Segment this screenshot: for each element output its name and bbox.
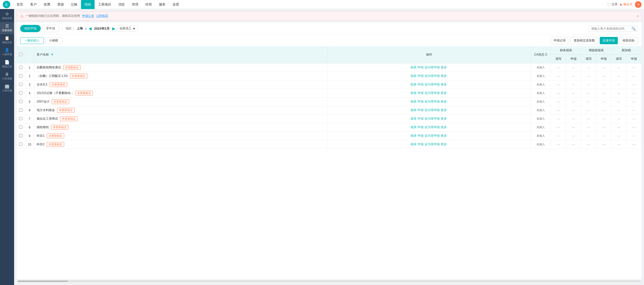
row-add-fill: — xyxy=(611,132,626,140)
info-icon[interactable]: ℹ xyxy=(85,27,87,30)
row-add-report: — xyxy=(626,63,641,72)
op-更多[interactable]: 更多 xyxy=(441,134,447,137)
nav-item-工商项目[interactable]: 工商项目 xyxy=(95,0,115,9)
row-checkbox-0[interactable] xyxy=(19,66,22,69)
op-设为零申报[interactable]: 设为零申报 xyxy=(425,91,440,95)
op-申报[interactable]: 申报 xyxy=(418,74,424,78)
vip-btn[interactable]: ▶ 畅会员 xyxy=(620,2,632,7)
op-税表[interactable]: 税表 xyxy=(411,100,417,103)
next-month-btn[interactable]: ▶ xyxy=(112,26,115,31)
row-checkbox-7[interactable] xyxy=(19,125,22,129)
search-icon[interactable]: 🔍 xyxy=(631,27,636,31)
avatar[interactable]: 会 xyxy=(635,1,641,8)
op-税表[interactable]: 税表 xyxy=(411,74,417,78)
op-税表[interactable]: 税表 xyxy=(411,134,417,137)
row-checkbox-2[interactable] xyxy=(19,83,22,86)
nav-item-报税[interactable]: 报税 xyxy=(81,0,95,9)
op-更多[interactable]: 更多 xyxy=(441,66,447,69)
op-申报[interactable]: 申报 xyxy=(418,108,424,112)
op-更多[interactable]: 更多 xyxy=(441,108,447,112)
select-all-checkbox[interactable] xyxy=(19,53,22,56)
op-税表[interactable]: 税表 xyxy=(411,117,417,120)
op-申报[interactable]: 申报 xyxy=(418,142,424,146)
sidebar-item-工商年报[interactable]: 🏢工商年报 xyxy=(0,82,14,94)
action-btn-收取回执[interactable]: 收取回执 xyxy=(619,37,638,44)
row-checkbox-1[interactable] xyxy=(19,74,22,77)
staff-dropdown[interactable]: 全部员工 ▼ xyxy=(117,25,138,32)
op-设为零申报[interactable]: 设为零申报 xyxy=(425,66,440,69)
horizontal-scrollbar[interactable] xyxy=(17,279,641,282)
op-申报[interactable]: 申报 xyxy=(418,125,424,129)
row-checkbox-3[interactable] xyxy=(19,91,22,94)
op-更多[interactable]: 更多 xyxy=(441,74,447,78)
op-税表[interactable]: 税表 xyxy=(411,66,417,69)
nav-item-票据[interactable]: 票据 xyxy=(54,0,67,9)
op-申报[interactable]: 申报 xyxy=(418,83,424,86)
op-更多[interactable]: 更多 xyxy=(441,83,447,86)
subtab-一般的税人[interactable]: 一般的税人 xyxy=(20,37,44,44)
toolbar-tab-税款申报[interactable]: 税款申报 xyxy=(20,25,41,32)
nav-item-消息[interactable]: 消息 xyxy=(115,0,128,9)
sidebar-item-报税记录[interactable]: 📄报税记录 xyxy=(0,58,14,70)
op-更多[interactable]: 更多 xyxy=(441,125,447,129)
fullscreen-btn[interactable]: ⛶ 全屏 xyxy=(608,2,618,7)
op-设为零申报[interactable]: 设为零申报 xyxy=(425,142,440,146)
sidebar-item-批量报税[interactable]: ☰批量报税 xyxy=(0,22,14,34)
banner-close-btn[interactable]: × xyxy=(637,14,639,18)
op-申报[interactable]: 申报 xyxy=(418,134,424,137)
op-更多[interactable]: 更多 xyxy=(441,142,447,146)
banner-link2[interactable]: 立即购买 xyxy=(96,14,108,18)
sidebar-item-汇算清缴[interactable]: 🖩汇算清缴 xyxy=(0,70,14,82)
op-税表[interactable]: 税表 xyxy=(411,83,417,86)
op-税表[interactable]: 税表 xyxy=(411,91,417,95)
sort-icon[interactable]: ▼ xyxy=(51,53,54,56)
op-税表[interactable]: 税表 xyxy=(411,142,417,146)
action-btn-批量申报[interactable]: 批量申报 xyxy=(600,37,618,44)
nav-item-收费[interactable]: 收费 xyxy=(40,0,54,9)
row-checkbox-4[interactable] xyxy=(19,100,22,103)
op-设为零申报[interactable]: 设为零申报 xyxy=(425,134,440,137)
op-申报[interactable]: 申报 xyxy=(418,100,424,103)
status-tag: 未更新核定 xyxy=(47,133,64,138)
prev-month-btn[interactable]: ◀ xyxy=(89,26,92,31)
sidebar-item-报税总览[interactable]: 📋报税总览 xyxy=(0,34,14,46)
nav-item-首页[interactable]: 首页 xyxy=(13,0,27,9)
op-申报[interactable]: 申报 xyxy=(418,117,424,120)
banner-link1[interactable]: 申报汇签 xyxy=(82,14,94,18)
row-checkbox-9[interactable] xyxy=(19,142,22,146)
op-更多[interactable]: 更多 xyxy=(441,91,447,95)
op-设为零申报[interactable]: 设为零申报 xyxy=(425,108,440,112)
nav-item-客户[interactable]: 客户 xyxy=(27,0,40,9)
action-btn-申报记录[interactable]: 申报记录 xyxy=(550,37,569,44)
toolbar-tab-零申报[interactable]: 零申报 xyxy=(42,25,59,32)
nav-item-设置[interactable]: 设置 xyxy=(169,0,183,9)
nav-item-经营[interactable]: 经营 xyxy=(142,0,155,9)
op-更多[interactable]: 更多 xyxy=(441,100,447,103)
row-checkbox-6[interactable] xyxy=(19,117,22,120)
search-input[interactable] xyxy=(591,27,631,30)
status-tag: 未更新核定 xyxy=(75,91,93,96)
sidebar-item-个税申报[interactable]: 👤个税申报 xyxy=(0,46,14,58)
op-申报[interactable]: 申报 xyxy=(418,91,424,95)
app-logo[interactable]: C xyxy=(3,1,11,9)
row-ca-status: 未插入 xyxy=(531,98,551,106)
op-设为零申报[interactable]: 设为零申报 xyxy=(425,83,440,86)
op-税表[interactable]: 税表 xyxy=(411,108,417,112)
subtab-小规模[interactable]: 小规模 xyxy=(45,37,62,44)
op-更多[interactable]: 更多 xyxy=(441,117,447,120)
row-checkbox-5[interactable] xyxy=(19,108,22,112)
action-btn-更新税定及取数[interactable]: 更新税定及取数 xyxy=(571,37,598,44)
op-设为零申报[interactable]: 设为零申报 xyxy=(425,117,440,120)
sidebar-item-报税设置[interactable]: ⚙报税设置 xyxy=(0,10,14,22)
op-税表[interactable]: 税表 xyxy=(411,125,417,129)
scroll-thumb[interactable] xyxy=(18,280,68,282)
op-设为零申报[interactable]: 设为零申报 xyxy=(425,125,440,129)
nav-item-记账[interactable]: 记账 xyxy=(67,0,81,9)
op-申报[interactable]: 申报 xyxy=(418,66,424,69)
row-checkbox-cell xyxy=(17,132,25,140)
op-设为零申报[interactable]: 设为零申报 xyxy=(425,100,440,103)
nav-item-管理[interactable]: 管理 xyxy=(128,0,142,9)
nav-item-服务[interactable]: 服务 xyxy=(155,0,169,9)
op-设为零申报[interactable]: 设为零申报 xyxy=(425,74,440,78)
row-checkbox-8[interactable] xyxy=(19,134,22,137)
